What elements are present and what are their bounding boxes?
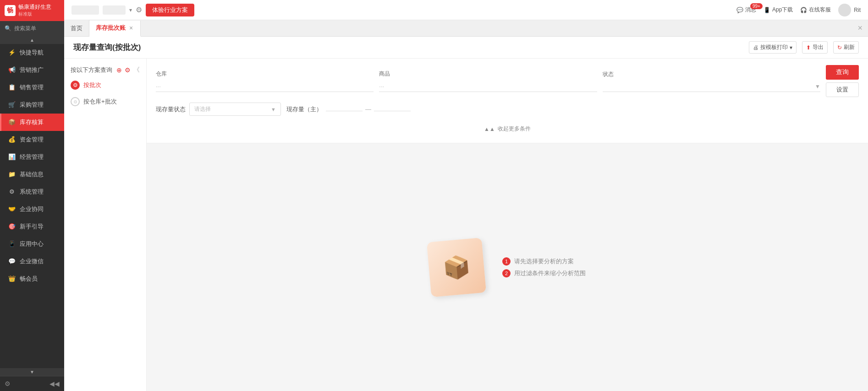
sidebar-item-marketing[interactable]: 📢 营销推广 (0, 61, 64, 79)
stock-qty-group: 现存量（主） — (286, 105, 411, 114)
breadcrumb (71, 5, 126, 15)
export-button[interactable]: ⬆ 导出 (802, 41, 828, 54)
app-download-button[interactable]: 📱 App下载 (764, 6, 793, 14)
sidebar-item-label: 系统管理 (20, 188, 44, 196)
warehouse-input[interactable]: ··· (156, 81, 374, 92)
sidebar-item-label: 畅会员 (20, 275, 38, 283)
appstore-icon: 📱 (8, 240, 16, 248)
print-label: 按模板打印 (760, 43, 788, 51)
status-field: 状态 ▼ (603, 71, 820, 92)
collapse-sidebar-icon[interactable]: ◀◀ (49, 380, 60, 387)
sidebar-item-label: 企业微信 (20, 257, 44, 266)
app-version: 标准版 (18, 11, 51, 17)
form-action-buttons: 查询 设置 (826, 65, 859, 97)
filter-option-batch-label: 按批次 (83, 81, 101, 89)
filter-panel-header: 按以下方案查询 ⊕ ⚙ 《 (64, 63, 146, 77)
breadcrumb-nav (103, 5, 126, 15)
filter-option-warehouse-batch[interactable]: ⚙ 按仓库+批次 (64, 93, 146, 110)
sidebar: 畅 畅康通好生意 标准版 🔍 搜索菜单 ▲ ⚡ 快捷导航 📢 营销推广 📋 销售… (0, 0, 64, 391)
system-icon: ⚙ (8, 188, 16, 196)
stock-status-select[interactable]: 请选择 ▼ (189, 103, 281, 116)
page-title: 现存量查询(按批次) (73, 42, 141, 53)
status-dropdown[interactable]: ▼ (603, 81, 820, 92)
stock-qty-label: 现存量（主） (286, 105, 322, 114)
batch-filter-icon: ⚙ (71, 81, 80, 90)
filter-option-batch[interactable]: ⚙ 按批次 (64, 77, 146, 93)
customer-service-button[interactable]: 🎧 在线客服 (800, 6, 831, 14)
stock-status-group: 现存量状态 请选择 ▼ (156, 103, 281, 116)
collapse-up-icon: ▲▲ (484, 126, 495, 132)
settings-button[interactable]: 设置 (826, 82, 859, 97)
warehouse-label: 仓库 (156, 70, 374, 78)
query-button[interactable]: 查询 (826, 65, 859, 80)
sidebar-item-label: 库存核算 (20, 118, 44, 126)
app-name: 畅康通好生意 (18, 4, 51, 11)
sidebar-item-purchase[interactable]: 🛒 采购管理 (0, 96, 64, 114)
sidebar-item-newbie[interactable]: 🎯 新手引导 (0, 218, 64, 235)
trial-button[interactable]: 体验行业方案 (146, 4, 194, 16)
topbar-dropdown-icon[interactable]: ▾ (129, 7, 132, 13)
filter-panel-title: 按以下方案查询 (71, 66, 112, 74)
stock-qty-min-input[interactable] (326, 107, 363, 111)
settings-icon[interactable]: ⚙ (5, 380, 11, 387)
topbar-right: 💬 消息 99+ 📱 App下载 🎧 在线客服 Rit (736, 4, 861, 16)
status-dropdown-arrow: ▼ (815, 83, 820, 90)
warehouse-batch-filter-icon: ⚙ (71, 97, 80, 106)
sales-icon: 📋 (8, 83, 16, 92)
export-icon: ⬆ (806, 44, 811, 51)
app-logo: 畅 (5, 5, 16, 16)
print-button[interactable]: 🖨 按模板打印 ▾ (749, 41, 797, 54)
tab-home-label: 首页 (71, 24, 82, 33)
sidebar-item-shortcut[interactable]: ⚡ 快捷导航 (0, 44, 64, 61)
sidebar-item-basic[interactable]: 📁 基础信息 (0, 166, 64, 183)
batch-icon-inner: ⚙ (73, 82, 78, 88)
sidebar-item-label: 销售管理 (20, 83, 44, 92)
empty-tip-2: 2 用过滤条件来缩小分析范围 (502, 269, 586, 277)
collapse-panel-icon[interactable]: 《 (133, 66, 140, 74)
enterprise-icon: 🤝 (8, 205, 16, 213)
search-menu-bar[interactable]: 🔍 搜索菜单 (0, 21, 64, 36)
add-filter-icon[interactable]: ⊕ (116, 66, 122, 74)
edit-filter-icon[interactable]: ⚙ (125, 66, 131, 74)
notice-icon: 💬 (736, 7, 743, 13)
tip-text-1: 请先选择要分析的方案 (514, 257, 574, 266)
scroll-up-arrow[interactable]: ▲ (0, 36, 64, 44)
collapse-bar[interactable]: ▲▲ 收起更多条件 (156, 121, 859, 136)
sidebar-item-label: 经营管理 (20, 153, 44, 161)
export-label: 导出 (813, 43, 824, 51)
empty-tip-1: 1 请先选择要分析的方案 (502, 257, 586, 266)
print-dropdown-icon: ▾ (790, 44, 792, 51)
sidebar-item-sales[interactable]: 📋 销售管理 (0, 79, 64, 96)
sidebar-item-operations[interactable]: 📊 经营管理 (0, 148, 64, 166)
sidebar-item-wechat[interactable]: 💬 企业微信 (0, 253, 64, 270)
tab-home[interactable]: 首页 (64, 20, 89, 36)
service-icon: 🎧 (800, 7, 807, 13)
tab-close-button[interactable]: × (128, 24, 134, 32)
sidebar-nav: ⚡ 快捷导航 📢 营销推广 📋 销售管理 🛒 采购管理 📦 库存核算 💰 资金管… (0, 44, 64, 368)
stock-qty-max-input[interactable] (374, 107, 411, 111)
sidebar-item-enterprise[interactable]: 🤝 企业协同 (0, 201, 64, 218)
print-icon: 🖨 (753, 44, 758, 51)
stock-qty-range: — (326, 106, 411, 113)
topbar-settings-icon[interactable]: ⚙ (136, 5, 142, 14)
sidebar-item-inventory[interactable]: 📦 库存核算 (0, 114, 64, 131)
sidebar-item-system[interactable]: ⚙ 系统管理 (0, 183, 64, 201)
notice-button[interactable]: 💬 消息 99+ (736, 6, 756, 14)
refresh-icon: ↻ (837, 44, 842, 51)
empty-tips: 1 请先选择要分析的方案 2 用过滤条件来缩小分析范围 (502, 257, 586, 277)
refresh-button[interactable]: ↻ 刷新 (833, 41, 859, 54)
stock-status-placeholder: 请选择 (194, 105, 269, 113)
user-area[interactable]: Rit (838, 4, 861, 16)
vip-icon: 👑 (8, 275, 16, 283)
scroll-down-arrow[interactable]: ▼ (0, 368, 64, 376)
close-page-button[interactable]: × (852, 23, 868, 33)
sidebar-item-vip[interactable]: 👑 畅会员 (0, 270, 64, 288)
tab-batch[interactable]: 库存批次账 × (89, 21, 141, 37)
goods-input[interactable]: ··· (379, 81, 597, 92)
tip-text-2: 用过滤条件来缩小分析范围 (514, 269, 586, 277)
sidebar-item-appstore[interactable]: 📱 应用中心 (0, 235, 64, 253)
shortcut-icon: ⚡ (8, 49, 16, 57)
sidebar-item-label: 快捷导航 (20, 49, 44, 57)
sidebar-item-finance[interactable]: 💰 资金管理 (0, 131, 64, 148)
purchase-icon: 🛒 (8, 101, 16, 109)
